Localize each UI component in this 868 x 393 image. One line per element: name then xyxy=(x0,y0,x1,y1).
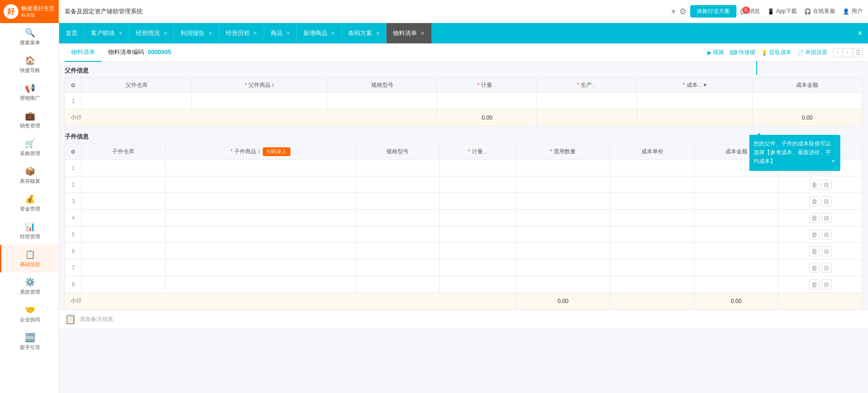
child-row-spec[interactable] xyxy=(356,260,440,276)
child-row-goods[interactable] xyxy=(165,193,356,210)
app-download-item[interactable]: 📱 App下载 xyxy=(767,7,797,15)
copy-icon[interactable]: ⊞ xyxy=(821,213,832,223)
child-row-required-qty[interactable] xyxy=(516,160,610,176)
tab-close-barcode[interactable]: × xyxy=(376,30,380,37)
sidebar-item-search[interactable]: 🔍搜索菜单 xyxy=(0,23,59,51)
parent-row-produce[interactable] xyxy=(537,93,637,109)
child-row-goods[interactable] xyxy=(165,176,356,193)
child-row-warehouse[interactable] xyxy=(82,193,166,210)
delete-icon[interactable]: 🗑 xyxy=(809,196,820,206)
tab-new-goods[interactable]: 新增商品× xyxy=(297,23,342,43)
child-col-settings[interactable]: ⚙ xyxy=(65,144,82,160)
extract-cost-action[interactable]: 💡 提取成本 xyxy=(761,48,791,56)
tab-close-profit[interactable]: × xyxy=(208,30,212,37)
copy-icon[interactable]: ⊞ xyxy=(821,196,832,206)
child-row-spec[interactable] xyxy=(356,276,440,293)
child-row-goods[interactable] xyxy=(165,210,356,226)
tab-customer[interactable]: 客户联络× xyxy=(84,23,129,43)
child-row-unit[interactable] xyxy=(440,226,516,243)
copy-icon[interactable]: ⊞ xyxy=(821,246,832,256)
child-row-required-qty[interactable] xyxy=(516,193,610,210)
trial-button[interactable]: 体验行业方案 xyxy=(690,5,736,18)
child-row-goods[interactable] xyxy=(165,276,356,293)
sidebar-item-basic[interactable]: 📋基础信息 xyxy=(0,245,59,272)
sidebar-item-operation[interactable]: 📊经营管理 xyxy=(0,217,59,245)
child-row-warehouse[interactable] xyxy=(82,260,166,276)
message-item[interactable]: 💬 6 消息 xyxy=(740,7,760,15)
tab-goods[interactable]: 商品× xyxy=(264,23,297,43)
delete-icon[interactable]: 🗑 xyxy=(809,213,820,223)
copy-icon[interactable]: ⊞ xyxy=(821,180,832,190)
child-row-required-qty[interactable] xyxy=(516,260,610,276)
settings-icon[interactable]: ⚙ xyxy=(679,6,687,17)
user-item[interactable]: 👤 用户 xyxy=(843,7,862,15)
view-action[interactable]: ▶ 视频 xyxy=(707,48,724,56)
child-row-warehouse[interactable] xyxy=(82,176,166,193)
delete-icon[interactable]: 🗑 xyxy=(809,246,820,256)
child-row-required-qty[interactable] xyxy=(516,176,610,193)
child-row-required-qty[interactable] xyxy=(516,226,610,243)
delete-icon[interactable]: 🗑 xyxy=(809,180,820,190)
child-row-warehouse[interactable] xyxy=(82,276,166,293)
add-note-icon[interactable]: 📋 xyxy=(65,314,76,325)
menu-arrow[interactable]: ☰ xyxy=(853,48,862,57)
child-row-required-qty[interactable] xyxy=(516,210,610,226)
tab-profit[interactable]: 利润报告× xyxy=(174,23,219,43)
sidebar-item-inventory[interactable]: 📦库存核算 xyxy=(0,162,59,189)
copy-icon[interactable]: ⊞ xyxy=(821,230,832,240)
child-row-unit[interactable] xyxy=(440,260,516,276)
child-row-warehouse[interactable] xyxy=(82,210,166,226)
tab-close-customer[interactable]: × xyxy=(119,30,122,37)
child-row-goods[interactable] xyxy=(165,160,356,176)
copy-icon[interactable]: ⊞ xyxy=(821,279,832,290)
sidebar-item-guide[interactable]: 🆕新手引导 xyxy=(0,328,59,356)
tab-barcode[interactable]: 条码方案× xyxy=(342,23,386,43)
delete-icon[interactable]: 🗑 xyxy=(809,230,820,240)
close-all-tabs-icon[interactable]: × xyxy=(852,29,868,38)
child-row-spec[interactable] xyxy=(356,193,440,210)
child-row-unit[interactable] xyxy=(440,276,516,293)
tab-close-new-goods[interactable]: × xyxy=(331,30,335,37)
sidebar-item-sales[interactable]: 💼销售管理 xyxy=(0,106,59,134)
topbar-dropdown-icon[interactable]: ▾ xyxy=(671,6,675,17)
child-row-required-qty[interactable] xyxy=(516,243,610,260)
parent-row-warehouse[interactable] xyxy=(82,93,192,109)
sidebar-item-quick-nav[interactable]: 🏠快捷导航 xyxy=(0,51,59,79)
prev-arrow[interactable]: ‹ xyxy=(833,48,842,57)
child-row-goods[interactable] xyxy=(165,226,356,243)
tab-close-bom[interactable]: × xyxy=(421,30,424,37)
child-row-goods[interactable] xyxy=(165,260,356,276)
parent-row-spec[interactable] xyxy=(327,93,437,109)
sidebar-item-marketing[interactable]: 📢营销推广 xyxy=(0,79,59,106)
tab-close-goods[interactable]: × xyxy=(286,30,290,37)
child-row-spec[interactable] xyxy=(356,243,440,260)
next-arrow[interactable]: › xyxy=(843,48,852,57)
child-row-spec[interactable] xyxy=(356,226,440,243)
copy-icon[interactable]: ⊞ xyxy=(821,263,832,273)
child-row-spec[interactable] xyxy=(356,160,440,176)
parent-row-cost[interactable] xyxy=(637,93,752,109)
sidebar-item-enterprise[interactable]: 🤝企业协同 xyxy=(0,300,59,328)
shortcut-action[interactable]: ⌨ 快捷键 xyxy=(729,48,755,56)
tab-home[interactable]: 首页 xyxy=(59,23,84,43)
child-row-unit[interactable] xyxy=(440,160,516,176)
child-row-unit[interactable] xyxy=(440,193,516,210)
parent-col-settings[interactable]: ⚙ xyxy=(65,78,82,93)
tab-history[interactable]: 经营历程× xyxy=(219,23,264,43)
tooltip-close-btn[interactable]: × xyxy=(832,157,835,166)
sidebar-item-purchase[interactable]: 🛒采购管理 xyxy=(0,134,59,162)
delete-icon[interactable]: 🗑 xyxy=(809,263,820,273)
scan-button[interactable]: 扫码录入 xyxy=(263,147,290,156)
child-row-unit[interactable] xyxy=(440,176,516,193)
online-service-item[interactable]: 🎧 在线客服 xyxy=(804,7,835,15)
sidebar-item-finance[interactable]: 💰资金管理 xyxy=(0,189,59,217)
tab-operations[interactable]: 经营情况× xyxy=(129,23,174,43)
child-row-goods[interactable] xyxy=(165,243,356,260)
delete-icon[interactable]: 🗑 xyxy=(809,279,820,290)
subtab-bom-list[interactable]: 物料清单 xyxy=(65,43,102,62)
child-row-spec[interactable] xyxy=(356,176,440,193)
tab-close-operations[interactable]: × xyxy=(163,30,167,37)
single-settings-action[interactable]: 📄 单据设置 xyxy=(797,48,827,56)
tab-bom[interactable]: 物料清单× xyxy=(386,23,431,43)
child-row-required-qty[interactable] xyxy=(516,276,610,293)
